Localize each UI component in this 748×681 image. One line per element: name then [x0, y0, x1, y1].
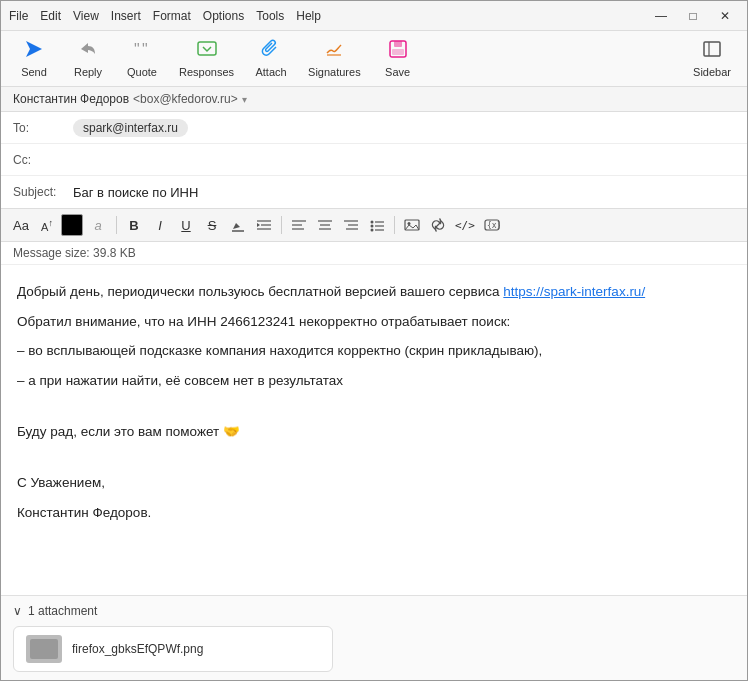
reply-icon: [78, 39, 98, 64]
svg-marker-0: [26, 41, 42, 57]
attachments-chevron-icon: ∨: [13, 604, 22, 618]
attachments-header[interactable]: ∨ 1 attachment: [13, 604, 735, 618]
quote-label: Quote: [127, 66, 157, 78]
attach-icon: [261, 39, 281, 64]
clear-format-button[interactable]: a: [85, 213, 111, 237]
minimize-button[interactable]: —: [647, 5, 675, 27]
align-right-button[interactable]: [339, 213, 363, 237]
svg-text:{x}: {x}: [487, 221, 500, 230]
font-size-decrease-icon: Aa: [13, 218, 29, 233]
to-value[interactable]: spark@interfax.ru: [73, 119, 188, 137]
clear-format-icon: a: [88, 213, 108, 237]
body-link[interactable]: https://spark-interfax.ru/: [503, 284, 645, 299]
subject-value[interactable]: Баг в поиске по ИНН: [73, 185, 198, 200]
cc-field-row: Cc:: [1, 144, 747, 176]
responses-button[interactable]: Responses: [171, 35, 242, 82]
svg-text:": ": [134, 41, 140, 58]
list-button[interactable]: [365, 213, 389, 237]
title-bar: File Edit View Insert Format Options Too…: [1, 1, 747, 31]
to-label: To:: [13, 121, 73, 135]
body-line-2: Обратил внимание, что на ИНН 2466123241 …: [17, 311, 731, 333]
menu-edit[interactable]: Edit: [40, 9, 61, 23]
bold-icon: B: [129, 218, 138, 233]
send-icon: [24, 39, 44, 64]
attachment-item[interactable]: firefox_gbksEfQPWf.png: [13, 626, 333, 672]
body-line-4: – а при нажатии найти, её совсем нет в р…: [17, 370, 731, 392]
align-left-button[interactable]: [287, 213, 311, 237]
format-separator-3: [394, 216, 395, 234]
insert-link-button[interactable]: [426, 213, 450, 237]
insert-variable-button[interactable]: {x}: [480, 213, 504, 237]
svg-rect-3: [198, 42, 216, 55]
message-size-label: Message size:: [13, 246, 90, 260]
menu-view[interactable]: View: [73, 9, 99, 23]
svg-rect-6: [394, 41, 402, 47]
sender-name: Константин Федоров: [13, 92, 129, 106]
main-toolbar: Send Reply " " Quote: [1, 31, 747, 87]
sidebar-icon: [702, 39, 722, 64]
attach-button[interactable]: Attach: [246, 35, 296, 82]
send-button[interactable]: Send: [9, 35, 59, 82]
body-line-1: Добрый день, периодически пользуюсь бесп…: [17, 281, 731, 303]
message-size-bar: Message size: 39.8 KB: [1, 242, 747, 265]
menu-insert[interactable]: Insert: [111, 9, 141, 23]
list-icon: [369, 217, 385, 233]
svg-point-24: [371, 221, 374, 224]
menu-options[interactable]: Options: [203, 9, 244, 23]
color-picker-button[interactable]: [61, 214, 83, 236]
italic-icon: I: [158, 218, 162, 233]
maximize-button[interactable]: □: [679, 5, 707, 27]
attach-label: Attach: [255, 66, 286, 78]
italic-button[interactable]: I: [148, 213, 172, 237]
quote-icon: " ": [132, 39, 152, 64]
signatures-button[interactable]: Signatures: [300, 35, 369, 82]
message-body[interactable]: Добрый день, периодически пользуюсь бесп…: [1, 265, 747, 595]
save-button[interactable]: Save: [373, 35, 423, 82]
bold-button[interactable]: B: [122, 213, 146, 237]
attachment-file-name: firefox_gbksEfQPWf.png: [72, 642, 203, 656]
strikethrough-button[interactable]: S: [200, 213, 224, 237]
svg-point-28: [371, 229, 374, 232]
insert-code-button[interactable]: </>: [452, 213, 478, 237]
signatures-label: Signatures: [308, 66, 361, 78]
insert-code-icon: </>: [455, 219, 475, 232]
insert-image-button[interactable]: [400, 213, 424, 237]
insert-image-icon: [404, 217, 420, 233]
sender-email: <box@kfedorov.ru>: [133, 92, 238, 106]
signatures-icon: [324, 39, 344, 64]
svg-text:": ": [142, 41, 148, 58]
attachments-count-label: 1 attachment: [28, 604, 97, 618]
align-center-icon: [317, 217, 333, 233]
highlight-button[interactable]: [226, 213, 250, 237]
sender-bar: Константин Федоров <box@kfedorov.ru> ▾: [1, 87, 747, 112]
indent-button[interactable]: [252, 213, 276, 237]
underline-icon: U: [181, 218, 190, 233]
close-button[interactable]: ✕: [711, 5, 739, 27]
body-line-3: – во всплывающей подсказке компания нахо…: [17, 340, 731, 362]
sender-dropdown-icon[interactable]: ▾: [242, 94, 247, 105]
subject-label: Subject:: [13, 185, 73, 199]
menu-format[interactable]: Format: [153, 9, 191, 23]
sidebar-label: Sidebar: [693, 66, 731, 78]
svg-rect-7: [392, 49, 404, 55]
quote-button[interactable]: " " Quote: [117, 35, 167, 82]
email-window: File Edit View Insert Format Options Too…: [0, 0, 748, 681]
font-size-increase-button[interactable]: A↑: [35, 213, 59, 237]
format-toolbar: Aa A↑ a B I U S: [1, 209, 747, 242]
save-label: Save: [385, 66, 410, 78]
font-size-decrease-button[interactable]: Aa: [9, 213, 33, 237]
reply-button[interactable]: Reply: [63, 35, 113, 82]
underline-button[interactable]: U: [174, 213, 198, 237]
sidebar-button[interactable]: Sidebar: [685, 35, 739, 82]
menu-file[interactable]: File: [9, 9, 28, 23]
menu-help[interactable]: Help: [296, 9, 321, 23]
menu-tools[interactable]: Tools: [256, 9, 284, 23]
align-center-button[interactable]: [313, 213, 337, 237]
body-line-8: С Уважением,: [17, 472, 731, 494]
send-label: Send: [21, 66, 47, 78]
strikethrough-icon: S: [208, 218, 217, 233]
svg-marker-14: [257, 223, 260, 227]
reply-label: Reply: [74, 66, 102, 78]
subject-field-row: Subject: Баг в поиске по ИНН: [1, 176, 747, 208]
header-fields: To: spark@interfax.ru Cc: Subject: Баг в…: [1, 112, 747, 209]
